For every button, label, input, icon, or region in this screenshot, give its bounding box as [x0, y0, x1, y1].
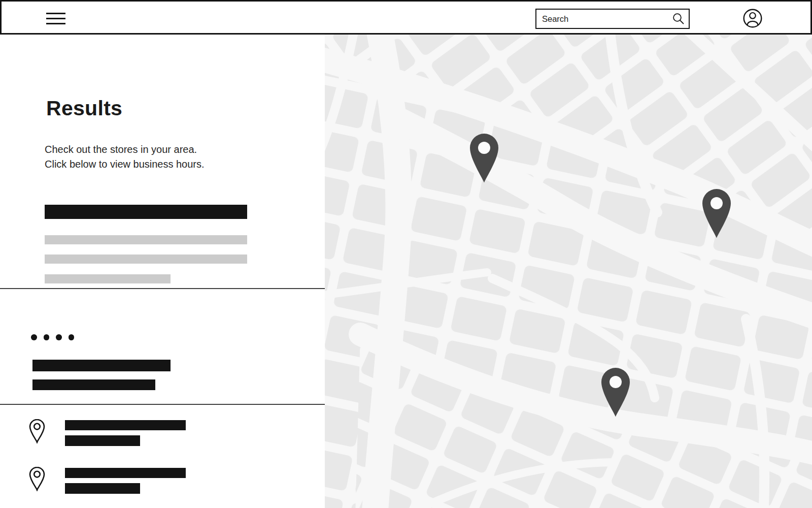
description-line-2: Click below to view business hours.	[45, 158, 205, 170]
section-divider	[0, 288, 325, 289]
skeleton-text-line	[45, 274, 171, 283]
hamburger-menu-button[interactable]	[46, 12, 65, 25]
top-navigation-bar	[0, 0, 812, 35]
pagination-dots	[31, 334, 74, 340]
map-pin-store-2[interactable]	[700, 188, 733, 238]
skeleton-text-line	[45, 255, 247, 264]
map-pin-store-1[interactable]	[468, 133, 500, 183]
store-locator-screen: Results Check out the stores in your are…	[0, 0, 812, 508]
user-profile-button[interactable]	[741, 7, 764, 29]
section-divider	[0, 404, 325, 405]
menu-icon	[46, 23, 65, 24]
results-description: Check out the stores in your area. Click…	[45, 142, 205, 171]
pagination-dot[interactable]	[44, 334, 50, 340]
skeleton-store-info-bar	[65, 435, 140, 446]
pagination-dot[interactable]	[31, 334, 37, 340]
pagination-dot[interactable]	[56, 334, 62, 340]
skeleton-title-bar	[45, 205, 247, 219]
skeleton-store-name-bar	[65, 420, 186, 430]
map[interactable]	[325, 35, 812, 508]
results-panel: Results Check out the stores in your are…	[0, 35, 325, 508]
skeleton-store-name-bar	[32, 360, 171, 371]
page-title: Results	[46, 97, 122, 120]
pagination-dot[interactable]	[69, 334, 75, 340]
user-icon	[741, 7, 764, 29]
search-icon[interactable]	[672, 12, 685, 25]
skeleton-text-line	[45, 235, 247, 244]
skeleton-store-name-bar	[65, 468, 186, 478]
city-map-graphic	[325, 35, 812, 508]
description-line-1: Check out the stores in your area.	[45, 144, 197, 155]
map-pin-store-3[interactable]	[599, 367, 632, 417]
location-pin-icon	[28, 419, 46, 443]
search-input[interactable]	[536, 14, 672, 24]
skeleton-store-info-bar	[32, 379, 155, 390]
skeleton-store-info-bar	[65, 483, 140, 494]
menu-icon	[46, 18, 65, 19]
menu-icon	[46, 13, 65, 14]
location-pin-icon	[28, 467, 46, 491]
search-box	[535, 9, 690, 29]
